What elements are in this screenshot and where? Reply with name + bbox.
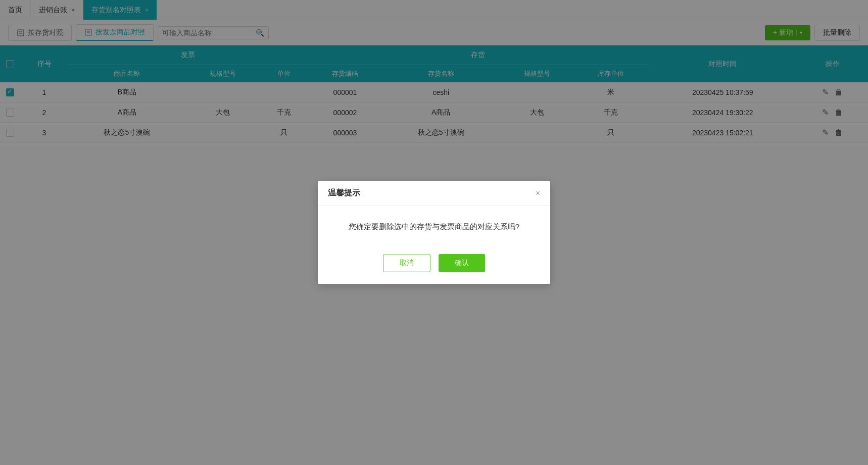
btn-confirm-label: 确认	[455, 259, 469, 267]
dialog-title: 温馨提示	[328, 188, 360, 198]
dialog-message: 您确定要删除选中的存货与发票商品的对应关系吗?	[349, 222, 519, 231]
dialog-header: 温馨提示 ×	[318, 181, 550, 206]
btn-confirm[interactable]: 确认	[439, 254, 485, 272]
btn-cancel-label: 取消	[400, 259, 414, 267]
dialog-close-icon[interactable]: ×	[536, 189, 540, 198]
dialog-footer: 取消 确认	[318, 246, 550, 284]
btn-cancel[interactable]: 取消	[383, 254, 430, 272]
modal-overlay: 温馨提示 × 您确定要删除选中的存货与发票商品的对应关系吗? 取消 确认	[0, 0, 868, 465]
dialog-body: 您确定要删除选中的存货与发票商品的对应关系吗?	[318, 206, 550, 246]
confirm-dialog: 温馨提示 × 您确定要删除选中的存货与发票商品的对应关系吗? 取消 确认	[318, 181, 550, 284]
